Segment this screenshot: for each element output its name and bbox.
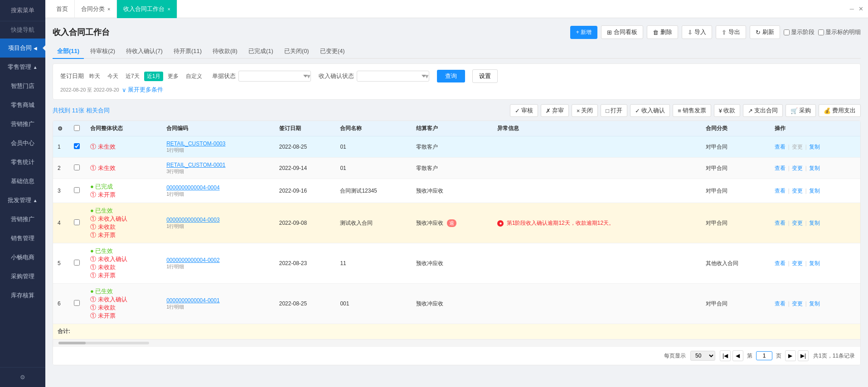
code-link[interactable]: 0000000000004-0002 (166, 257, 219, 263)
date-option-custom[interactable]: 自定义 (183, 72, 205, 81)
sidebar-item-purchase[interactable]: 采购管理 (0, 267, 45, 286)
tab-income-workbench[interactable]: 收入合同工作台 × (117, 0, 177, 18)
change-link[interactable]: 变更 (792, 260, 803, 266)
sales-invoice-button[interactable]: ≡ 销售发票 (673, 104, 711, 117)
setting-button[interactable]: 设置 (472, 69, 498, 83)
sidebar-item-sales-mgmt[interactable]: 销售管理 (0, 229, 45, 248)
sidebar-item-marketing2[interactable]: 营销推广 (0, 210, 45, 229)
view-link[interactable]: 查看 (775, 300, 786, 307)
sidebar-item-smart-store[interactable]: 智慧门店 (0, 77, 45, 96)
date-option-last7[interactable]: 近7天 (123, 72, 142, 81)
change-link[interactable]: 变更 (792, 165, 803, 171)
row-checkbox[interactable] (69, 179, 86, 203)
change-link[interactable]: 变更 (792, 188, 803, 194)
horizontal-scrollbar[interactable] (58, 342, 149, 344)
code-link[interactable]: 0000000000004-0003 (166, 217, 219, 223)
window-close-icon[interactable]: ✕ (858, 5, 863, 12)
export-button[interactable]: ⇧ 导出 (716, 25, 746, 39)
review-button[interactable]: ✓ 审核 (510, 104, 538, 117)
sidebar-item-marketing[interactable]: 营销推广 (0, 115, 45, 134)
view-link[interactable]: 查看 (775, 220, 786, 226)
sidebar-item-project[interactable]: 项目合同 ◀ (0, 39, 45, 58)
close-contract-button[interactable]: × 关闭 (572, 104, 598, 117)
row-checkbox[interactable] (69, 158, 86, 179)
sidebar-item-retail-shop[interactable]: 零售商城 (0, 96, 45, 115)
sidebar-quick-nav[interactable]: 快捷导航 (0, 21, 45, 39)
income-confirm-select[interactable] (357, 71, 429, 82)
page-number-input[interactable] (756, 351, 772, 360)
sidebar-settings[interactable]: ⚙ (0, 367, 45, 387)
table-scroll[interactable]: ⚙ 合同整体状态 合同编码 签订日期 合同名称 结算客户 异常信息 合同分类 操… (53, 121, 860, 339)
query-button[interactable]: 查询 (437, 70, 465, 82)
sidebar-item-wholesale[interactable]: 批发管理 ▲ (0, 191, 45, 210)
row-checkbox[interactable] (69, 203, 86, 243)
copy-link[interactable]: 复制 (809, 260, 820, 266)
filter-tab-pending-income-confirm[interactable]: 待收入确认(7) (121, 44, 167, 59)
filter-tab-closed[interactable]: 已关闭(0) (280, 44, 314, 59)
sidebar-item-retail-mgmt[interactable]: 零售管理 ▲ (0, 58, 45, 77)
view-link[interactable]: 查看 (775, 260, 786, 266)
row-checkbox[interactable] (69, 136, 86, 158)
sidebar-item-basic-info[interactable]: 基础信息 (0, 172, 45, 191)
income-confirm-button[interactable]: ✓ 收入确认 (630, 104, 670, 117)
sidebar-item-retail-stats[interactable]: 零售统计 (0, 153, 45, 172)
tab-home[interactable]: 首页 (50, 0, 75, 18)
copy-link[interactable]: 复制 (809, 144, 820, 150)
receipt-button[interactable]: ¥ 收款 (714, 104, 740, 117)
filter-tab-completed[interactable]: 已完成(1) (244, 44, 278, 59)
filter-tab-pending-review[interactable]: 待审核(2) (86, 44, 120, 59)
expand-more-button[interactable]: ∨ 展开更多条件 (122, 86, 163, 94)
sidebar-item-xiaochangec[interactable]: 小畅电商 (0, 248, 45, 267)
abandon-button[interactable]: ✗ 弃审 (541, 104, 569, 117)
close-icon[interactable]: × (167, 6, 170, 12)
change-link[interactable]: 变更 (792, 220, 803, 226)
row-checkbox[interactable] (69, 284, 86, 324)
filter-tab-pending-receipt[interactable]: 待收款(8) (208, 44, 242, 59)
fee-expense-button[interactable]: 💰 费用支出 (819, 104, 861, 117)
close-icon[interactable]: × (107, 6, 110, 12)
page-next-button[interactable]: ▶ (785, 350, 796, 361)
code-link[interactable]: 0000000000004-0001 (166, 297, 219, 304)
import-button[interactable]: ⇩ 导入 (682, 25, 712, 39)
sidebar-item-member[interactable]: 会员中心 (0, 134, 45, 153)
page-size-select[interactable]: 50 10 20 100 (690, 351, 715, 361)
change-link[interactable]: 变更 (792, 300, 803, 307)
doc-status-select[interactable] (238, 71, 311, 82)
show-detail-checkbox[interactable]: 显示标的明细 (818, 28, 861, 36)
view-link[interactable]: 查看 (775, 144, 786, 150)
th-checkbox[interactable] (69, 121, 86, 136)
change-link[interactable]: 变更 (792, 144, 803, 150)
filter-tab-all[interactable]: 全部(11) (53, 44, 84, 59)
show-stage-checkbox[interactable]: 显示阶段 (784, 28, 815, 36)
copy-link[interactable]: 复制 (809, 220, 820, 226)
copy-link[interactable]: 复制 (809, 188, 820, 194)
copy-link[interactable]: 复制 (809, 165, 820, 171)
purchase-button[interactable]: 🛒 采购 (786, 104, 816, 117)
page-prev-button[interactable]: ◀ (732, 350, 743, 361)
page-first-button[interactable]: |◀ (720, 350, 731, 361)
page-last-button[interactable]: ▶| (798, 350, 809, 361)
refresh-button[interactable]: ↻ 刷新 (750, 25, 780, 39)
date-option-more[interactable]: 更多 (165, 72, 181, 81)
row-checkbox[interactable] (69, 243, 86, 284)
copy-link[interactable]: 复制 (809, 300, 820, 307)
th-settings[interactable]: ⚙ (53, 121, 69, 136)
tab-contract-category[interactable]: 合同分类 × (75, 0, 117, 18)
open-contract-button[interactable]: □ 打开 (601, 104, 627, 117)
expense-contract-button[interactable]: ↗ 支出合同 (743, 104, 783, 117)
filter-tab-pending-invoice[interactable]: 待开票(11) (169, 44, 206, 59)
select-all-checkbox[interactable] (74, 125, 80, 131)
view-link[interactable]: 查看 (775, 165, 786, 171)
delete-button[interactable]: 🗑 删除 (647, 25, 678, 39)
date-option-today[interactable]: 今天 (105, 72, 121, 81)
code-link[interactable]: 0000000000004-0004 (166, 184, 219, 191)
dashboard-button[interactable]: ⊞ 合同看板 (601, 25, 643, 39)
view-link[interactable]: 查看 (775, 188, 786, 194)
filter-tab-changed[interactable]: 已变更(4) (315, 44, 349, 59)
date-option-yesterday[interactable]: 昨天 (87, 72, 103, 81)
code-link[interactable]: RETAIL_CUSTOM-0001 (166, 162, 225, 168)
sidebar-item-inventory[interactable]: 库存核算 (0, 286, 45, 305)
code-link[interactable]: RETAIL_CUSTOM-0003 (166, 140, 225, 147)
window-minimize-icon[interactable]: ─ (850, 5, 854, 12)
new-button[interactable]: + 新增 (570, 26, 597, 39)
